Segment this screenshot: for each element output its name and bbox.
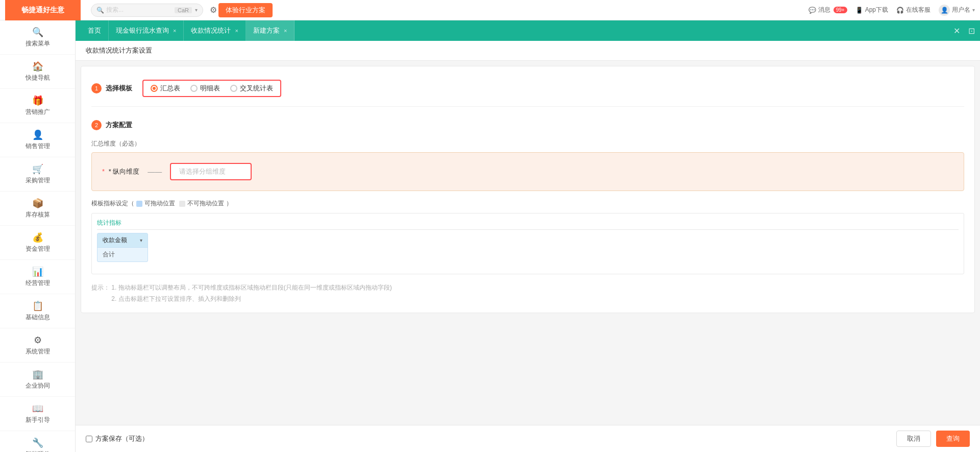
sidebar-icon-8: 📋: [32, 300, 43, 312]
main-section: 1 选择模板 汇总表 明细表 交: [81, 66, 975, 313]
metric-card-body: 合计: [97, 248, 148, 261]
step1-title: 选择模板: [106, 84, 132, 93]
sidebar-item-4[interactable]: 🛒采购管理: [0, 157, 75, 192]
save-checkbox-input[interactable]: [86, 436, 92, 442]
metrics-section: 模板指标设定（ 可拖动位置 不可拖动位置 ） 统计指标: [91, 199, 964, 274]
vertical-dimension-label: * * 纵向维度: [102, 167, 139, 176]
sidebar-icon-3: 👤: [32, 129, 43, 140]
bottom-bar: 方案保存（可选） 取消 查询: [76, 425, 980, 452]
template-radio-group: 汇总表 明细表 交叉统计表: [142, 80, 281, 97]
dimension-row: * * 纵向维度 —— 请选择分组维度: [102, 163, 953, 180]
sidebar-item-7[interactable]: 📊经营管理: [0, 260, 75, 294]
sidebar-item-10[interactable]: 🏢企业协同: [0, 363, 75, 397]
top-bar: 畅捷通好生意 🔍 搜索... CaR ▾ ⚙ 体验行业方案 💬 消息 99+ 📱…: [0, 0, 980, 20]
radio-cross[interactable]: 交叉统计表: [230, 84, 273, 93]
save-option[interactable]: 方案保存（可选）: [86, 434, 149, 443]
dimension-arrow: ——: [148, 168, 162, 176]
cancel-button[interactable]: 取消: [896, 431, 931, 447]
close-window-icon[interactable]: ✕: [953, 26, 960, 36]
sidebar-icon-12: 🔧: [32, 437, 43, 448]
content-area: 首页现金银行流水查询×收款情况统计×新建方案× ✕ ⊡ 收款情况统计方案设置 1…: [76, 20, 980, 452]
radio-summary[interactable]: 汇总表: [151, 84, 180, 93]
sidebar-icon-2: 🎁: [32, 95, 43, 106]
draggable-dot: [136, 201, 142, 207]
tab-item-0[interactable]: 首页: [81, 20, 109, 41]
user-dropdown-icon: ▾: [972, 7, 975, 13]
metric-card-payment: 收款金额 ▾ 合计: [97, 233, 148, 262]
sidebar-item-9[interactable]: ⚙系统管理: [0, 328, 75, 363]
sidebar-icon-1: 🏠: [32, 61, 43, 72]
sidebar-item-11[interactable]: 📖新手引导: [0, 397, 75, 431]
page-title: 收款情况统计方案设置: [86, 46, 152, 54]
query-button[interactable]: 查询: [936, 431, 970, 447]
radio-detail[interactable]: 明细表: [190, 84, 220, 93]
service-btn[interactable]: 🎧 在线客服: [896, 6, 930, 14]
tab-bar: 首页现金银行流水查询×收款情况统计×新建方案× ✕ ⊡: [76, 20, 980, 41]
tab-close-2[interactable]: ×: [235, 28, 238, 34]
sidebar-icon-9: ⚙: [34, 335, 42, 346]
draggable-legend: 可拖动位置: [136, 199, 175, 208]
page-header: 收款情况统计方案设置: [76, 41, 980, 61]
message-btn[interactable]: 💬 消息 99+: [808, 6, 847, 14]
radio-summary-circle: [151, 85, 158, 92]
user-btn[interactable]: 👤 用户名 ▾: [939, 5, 975, 16]
tip-line2: 提示： 2. 点击标题栏下拉可设置排序、插入列和删除列: [91, 294, 964, 305]
tab-label-2: 收款情况统计: [191, 26, 231, 35]
sidebar-icon-0: 🔍: [32, 27, 43, 38]
tab-label-3: 新建方案: [253, 26, 280, 35]
tip-line1: 提示： 1. 拖动标题栏可以调整布局，不可跨维度或指标区域拖动栏目段(只能在同一…: [91, 282, 964, 294]
app-logo: 畅捷通好生意: [5, 0, 81, 20]
page-content: 收款情况统计方案设置 1 选择模板 汇总表: [76, 41, 980, 425]
dimension-area: * * 纵向维度 —— 请选择分组维度: [91, 152, 964, 191]
step2-row: 2 方案配置: [91, 115, 964, 135]
maximize-icon[interactable]: ⊡: [968, 26, 975, 36]
stats-label: 统计指标: [97, 219, 959, 230]
search-dropdown-icon[interactable]: ▾: [195, 7, 198, 13]
sidebar-item-3[interactable]: 👤销售管理: [0, 123, 75, 157]
tab-label-1: 现金银行流水查询: [116, 26, 169, 35]
bottom-actions: 取消 查询: [896, 431, 970, 447]
download-btn[interactable]: 📱 App下载: [855, 6, 888, 14]
sidebar-item-1[interactable]: 🏠快捷导航: [0, 55, 75, 89]
sidebar-icon-6: 💰: [32, 232, 43, 243]
sidebar-icon-5: 📦: [32, 198, 43, 209]
metric-card-header[interactable]: 收款金额 ▾: [97, 233, 148, 248]
sidebar-icon-10: 🏢: [32, 369, 43, 380]
tab-close-1[interactable]: ×: [173, 28, 176, 34]
sidebar-icon-7: 📊: [32, 266, 43, 277]
radio-detail-circle: [190, 85, 198, 92]
sidebar-icon-11: 📖: [32, 403, 43, 414]
tab-label-0: 首页: [88, 26, 101, 35]
settings-icon[interactable]: ⚙: [208, 5, 218, 15]
tips-section: 提示： 1. 拖动标题栏可以调整布局，不可跨维度或指标区域拖动栏目段(只能在同一…: [91, 282, 964, 304]
metrics-grid-container: 统计指标 收款金额 ▾ 合计: [91, 213, 964, 274]
top-bar-actions: 💬 消息 99+ 📱 App下载 🎧 在线客服 👤 用户名 ▾: [808, 5, 975, 16]
sidebar-item-0[interactable]: 🔍搜索菜单: [0, 20, 75, 55]
step2-title: 方案配置: [106, 121, 132, 130]
tab-item-3[interactable]: 新建方案×: [246, 20, 295, 41]
metric-dropdown-icon[interactable]: ▾: [140, 237, 142, 243]
sidebar-item-12[interactable]: 🔧智能硬件: [0, 431, 75, 452]
sidebar-item-6[interactable]: 💰资金管理: [0, 226, 75, 260]
search-bar: 🔍 搜索... CaR ▾: [91, 4, 203, 17]
step1-badge: 1: [91, 83, 102, 93]
metrics-grid: 收款金额 ▾ 合计: [97, 233, 959, 262]
tab-item-1[interactable]: 现金银行流水查询×: [109, 20, 184, 41]
industry-btn[interactable]: 体验行业方案: [218, 3, 273, 17]
sidebar-item-2[interactable]: 🎁营销推广: [0, 89, 75, 123]
tab-bar-right: ✕ ⊡: [953, 26, 975, 36]
tab-label: CaR: [175, 7, 192, 13]
main-layout: 🔍搜索菜单🏠快捷导航🎁营销推广👤销售管理🛒采购管理📦库存核算💰资金管理📊经营管理…: [0, 20, 980, 452]
summary-dimension-label: 汇总维度（必选）: [91, 139, 964, 148]
step2-badge: 2: [91, 120, 102, 130]
metrics-config-header: 模板指标设定（ 可拖动位置 不可拖动位置 ）: [91, 199, 964, 208]
sidebar-item-5[interactable]: 📦库存核算: [0, 192, 75, 226]
step1-row: 1 选择模板 汇总表 明细表 交: [91, 75, 964, 102]
tab-item-2[interactable]: 收款情况统计×: [184, 20, 246, 41]
radio-cross-circle: [230, 85, 237, 92]
tab-close-3[interactable]: ×: [284, 28, 287, 34]
sidebar-icon-4: 🛒: [32, 163, 43, 175]
sidebar-item-8[interactable]: 📋基础信息: [0, 294, 75, 328]
non-draggable-legend: 不可拖动位置: [179, 199, 224, 208]
dimension-select[interactable]: 请选择分组维度: [170, 163, 252, 180]
